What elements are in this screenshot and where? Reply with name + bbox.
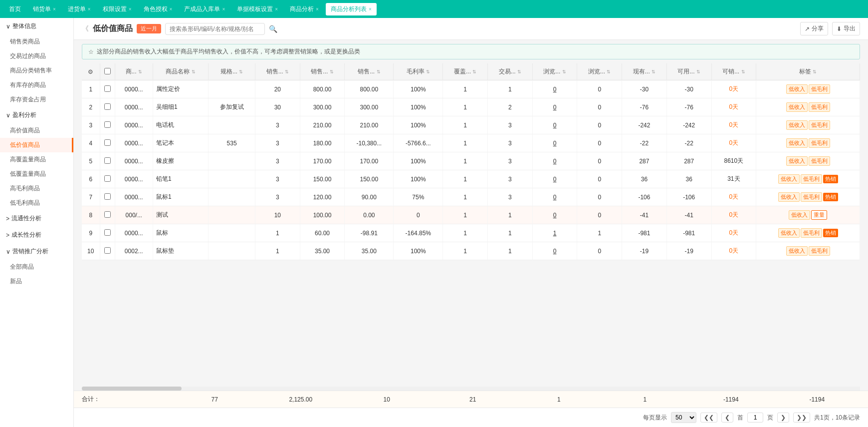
cell-browse1[interactable]: 1: [532, 224, 577, 242]
nav-product-analysis-list[interactable]: 商品分析列表×: [326, 3, 377, 15]
browse-link[interactable]: 0: [553, 176, 557, 183]
sidebar-group-marketing[interactable]: ∨ 营销推广分析: [0, 243, 73, 260]
sidebar-group-overall[interactable]: ∨ 整体信息: [0, 18, 73, 34]
close-icon[interactable]: ×: [275, 6, 278, 12]
col-sales-income[interactable]: 销售... ⇅: [300, 63, 345, 80]
cell-browse1[interactable]: 0: [532, 116, 577, 134]
col-sales-avg[interactable]: 销售... ⇅: [345, 63, 394, 80]
col-gear[interactable]: ⚙: [82, 63, 100, 80]
cell-check[interactable]: [100, 116, 115, 134]
sidebar-item-high-value[interactable]: 高价值商品: [0, 123, 73, 138]
col-spec[interactable]: 规格... ⇅: [209, 63, 255, 80]
cell-check[interactable]: [100, 242, 115, 260]
cell-browse1[interactable]: 0: [532, 170, 577, 188]
browse-link[interactable]: 0: [553, 140, 557, 147]
search-icon[interactable]: 🔍: [269, 25, 277, 33]
cell-check[interactable]: [100, 206, 115, 224]
share-button[interactable]: ↗ 分享: [800, 22, 828, 35]
cell-browse1[interactable]: 0: [532, 152, 577, 170]
col-available[interactable]: 可用... ⇅: [666, 63, 711, 80]
nav-purchase-order[interactable]: 进货单×: [63, 3, 96, 15]
nav-sales-order[interactable]: 销货单×: [28, 3, 61, 15]
close-icon[interactable]: ×: [222, 6, 225, 12]
col-browse1[interactable]: 浏览... ⇅: [532, 63, 577, 80]
browse-link[interactable]: 0: [553, 194, 557, 201]
page-size-select[interactable]: 50 100 200: [671, 412, 696, 423]
sidebar-item-traded-products[interactable]: 交易过的商品: [0, 49, 73, 63]
col-saleable[interactable]: 可销... ⇅: [711, 63, 756, 80]
row-checkbox[interactable]: [104, 139, 111, 146]
browse-link[interactable]: 0: [553, 122, 557, 129]
col-transaction[interactable]: 交易... ⇅: [488, 63, 533, 80]
cell-check[interactable]: [100, 98, 115, 116]
sidebar-item-all-products[interactable]: 全部商品: [0, 260, 73, 274]
col-gross-rate[interactable]: 毛利率 ⇅: [394, 63, 443, 80]
nav-product-analysis[interactable]: 商品分析×: [285, 3, 324, 15]
cell-check[interactable]: [100, 80, 115, 98]
row-checkbox[interactable]: [104, 247, 111, 254]
collapse-sidebar-btn[interactable]: 《: [82, 24, 89, 33]
cell-browse1[interactable]: 0: [532, 98, 577, 116]
browse-link[interactable]: 0: [553, 104, 557, 111]
nav-template-settings[interactable]: 单据模板设置×: [232, 3, 283, 15]
nav-permission-settings[interactable]: 权限设置×: [98, 3, 137, 15]
row-checkbox[interactable]: [104, 157, 111, 164]
sidebar-group-growth[interactable]: > 成长性分析: [0, 227, 73, 243]
col-name[interactable]: 商品名称 ⇅: [153, 63, 208, 80]
row-checkbox[interactable]: [104, 211, 111, 218]
close-icon[interactable]: ×: [53, 6, 56, 12]
horizontal-scrollbar[interactable]: [82, 387, 860, 391]
row-checkbox[interactable]: [104, 103, 111, 110]
sidebar-item-sales-products[interactable]: 销售类商品: [0, 34, 73, 49]
close-icon[interactable]: ×: [88, 6, 91, 12]
sidebar-group-circulation[interactable]: > 流通性分析: [0, 210, 73, 227]
sidebar-item-new-products[interactable]: 新品: [0, 274, 73, 289]
cell-check[interactable]: [100, 224, 115, 242]
col-tags[interactable]: 标签 ⇅: [756, 63, 860, 80]
cell-check[interactable]: [100, 170, 115, 188]
cell-browse1[interactable]: 0: [532, 206, 577, 224]
sidebar-item-high-coverage[interactable]: 高覆盖量商品: [0, 152, 73, 167]
first-page-button[interactable]: ❮❮: [700, 413, 717, 423]
browse-link[interactable]: 0: [553, 86, 557, 93]
cell-browse1[interactable]: 0: [532, 242, 577, 260]
sidebar-item-low-margin[interactable]: 低毛利商品: [0, 196, 73, 210]
sidebar-item-stock-capital[interactable]: 库存资金占用: [0, 92, 73, 107]
browse-link[interactable]: 0: [553, 212, 557, 219]
browse-link[interactable]: 0: [553, 248, 557, 255]
close-icon[interactable]: ×: [369, 6, 372, 12]
nav-role-auth[interactable]: 角色授权×: [139, 3, 178, 15]
cell-browse1[interactable]: 0: [532, 80, 577, 98]
cell-browse1[interactable]: 0: [532, 134, 577, 152]
cell-check[interactable]: [100, 134, 115, 152]
page-number-input[interactable]: [747, 413, 763, 423]
nav-home[interactable]: 首页: [4, 3, 26, 15]
scrollbar-thumb[interactable]: [82, 387, 182, 391]
cell-check[interactable]: [100, 188, 115, 206]
time-filter-btn[interactable]: 近一月: [137, 24, 161, 33]
cell-browse1[interactable]: 0: [532, 188, 577, 206]
sidebar-group-profit[interactable]: ∨ 盈利分析: [0, 107, 73, 123]
row-checkbox[interactable]: [104, 175, 111, 182]
row-checkbox[interactable]: [104, 121, 111, 128]
table-container[interactable]: ⚙ 商... ⇅ 商品名称 ⇅ 规格... ⇅ 销售... ⇅ 销售... ⇅ …: [74, 63, 868, 387]
cell-check[interactable]: [100, 152, 115, 170]
browse-link[interactable]: 0: [553, 158, 557, 165]
row-checkbox[interactable]: [104, 229, 111, 236]
browse-link[interactable]: 1: [553, 230, 557, 237]
sidebar-item-stock-products[interactable]: 有库存的商品: [0, 78, 73, 92]
close-icon[interactable]: ×: [316, 6, 319, 12]
sidebar-item-low-value[interactable]: 低价值商品: [0, 138, 73, 152]
prev-page-button[interactable]: ❮: [721, 413, 733, 423]
sidebar-item-low-coverage[interactable]: 低覆盖量商品: [0, 167, 73, 181]
nav-product-storage[interactable]: 产成品入库单×: [179, 3, 230, 15]
col-code[interactable]: 商... ⇅: [115, 63, 153, 80]
col-browse2[interactable]: 浏览... ⇅: [577, 63, 622, 80]
last-page-button[interactable]: ❯❯: [793, 413, 810, 423]
export-button[interactable]: ⬇ 导出: [832, 22, 860, 35]
col-current[interactable]: 现有... ⇅: [622, 63, 667, 80]
close-icon[interactable]: ×: [129, 6, 132, 12]
search-input[interactable]: [165, 23, 265, 35]
col-coverage[interactable]: 覆盖... ⇅: [443, 63, 488, 80]
sidebar-item-category-sales-rate[interactable]: 商品分类销售率: [0, 63, 73, 78]
